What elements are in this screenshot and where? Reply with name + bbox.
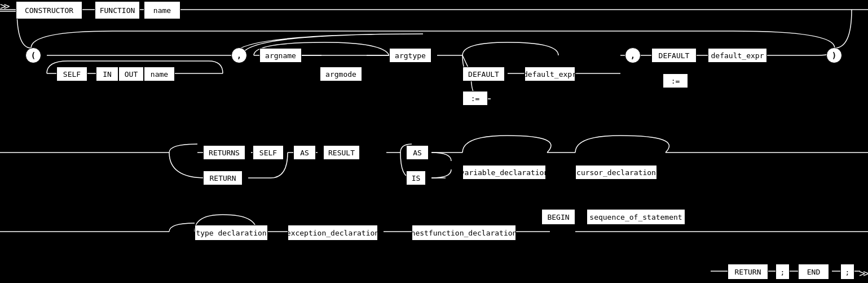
returns-box: RETURNS xyxy=(203,145,245,160)
entry-arrow: >> xyxy=(0,0,8,12)
exception-declaration-box: exception_declaration xyxy=(288,225,378,241)
diagram: >> CONSTRUCTOR FUNCTION name ( SELF IN O… xyxy=(0,0,868,283)
assign2-box: := xyxy=(462,91,488,106)
argtype-box: argtype xyxy=(389,48,431,63)
comma2-box: , xyxy=(625,47,641,63)
out-box: OUT xyxy=(118,67,144,81)
semicolon1-box: ; xyxy=(776,264,790,280)
argname-box: argname xyxy=(259,48,302,63)
begin-box: BEGIN xyxy=(541,209,575,225)
return-bottom-box: RETURN xyxy=(728,264,768,280)
nestfunction-declaration-box: nestfunction_declaration xyxy=(412,225,516,241)
default-kw-box: DEFAULT xyxy=(651,48,697,63)
name-box: name xyxy=(144,1,180,19)
comma1-box: , xyxy=(231,47,247,63)
constructor-box: CONSTRUCTOR xyxy=(16,1,82,19)
semicolon2-box: ; xyxy=(840,264,854,280)
cursor-declaration-box: cursor_declaration xyxy=(575,165,657,180)
type-declaration-box: type declaration xyxy=(195,225,268,241)
self1-box: SELF xyxy=(56,67,87,81)
as1-box: AS xyxy=(293,145,316,160)
name2-box: name xyxy=(144,67,175,81)
exit-arrow: >> xyxy=(859,267,867,279)
function-box: FUNCTION xyxy=(95,1,140,19)
result-box: RESULT xyxy=(323,145,360,160)
assign1-box: := xyxy=(663,73,688,88)
default-expr2-box: default_expr xyxy=(525,67,575,81)
default2-box: DEFAULT xyxy=(462,67,505,81)
variable-declaration-box: variable_declaration xyxy=(462,165,546,180)
in-box: IN xyxy=(96,67,118,81)
default-expr-top-box: default_expr xyxy=(708,48,767,63)
is-box: IS xyxy=(406,171,426,185)
end-box: END xyxy=(798,264,829,280)
close-paren-box: ) xyxy=(826,47,842,63)
self2-box: SELF xyxy=(253,145,284,160)
as2-box: AS xyxy=(406,145,429,160)
argmode-box: argmode xyxy=(320,67,362,81)
sequence-of-statement-box: sequence_of_statement xyxy=(587,209,685,225)
open-paren-box: ( xyxy=(25,47,41,63)
return-kw-box: RETURN xyxy=(203,171,243,185)
